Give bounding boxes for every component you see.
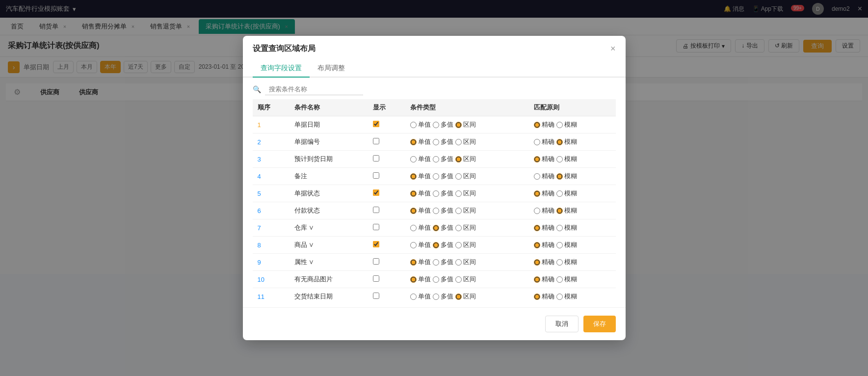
row-condition-name: 商品 ∨ (289, 237, 368, 254)
type-radio-group: 单值多值区间 (410, 155, 524, 163)
match-radio-item[interactable]: 模糊 (556, 223, 577, 232)
match-radio-item[interactable]: 模糊 (556, 258, 577, 267)
row-type-cell: 单值多值区间 (405, 202, 529, 219)
match-radio-item[interactable]: 精确 (534, 223, 554, 232)
search-icon: 🔍 (253, 85, 261, 93)
type-radio-item[interactable]: 区间 (455, 223, 476, 232)
match-radio-item[interactable]: 模糊 (556, 172, 577, 181)
display-checkbox[interactable] (373, 121, 379, 127)
match-radio-item[interactable]: 模糊 (556, 206, 577, 215)
order-number: 3 (258, 156, 261, 163)
order-number: 6 (258, 207, 261, 215)
type-radio-item[interactable]: 区间 (455, 258, 476, 267)
type-radio-item[interactable]: 多值 (433, 241, 453, 249)
display-checkbox[interactable] (373, 207, 379, 213)
row-display-cell (368, 219, 405, 237)
match-radio-item[interactable]: 模糊 (556, 137, 577, 146)
match-radio-item[interactable]: 精确 (534, 241, 554, 249)
match-radio-item[interactable]: 模糊 (556, 155, 577, 163)
type-radio-item[interactable]: 区间 (455, 241, 476, 249)
row-display-cell (368, 151, 405, 168)
table-row: 2单据编号单值多值区间精确模糊 (253, 134, 616, 151)
row-condition-name: 有无商品图片 (289, 271, 368, 274)
row-display-cell (368, 116, 405, 134)
type-radio-item[interactable]: 多值 (433, 258, 453, 267)
match-radio-item[interactable]: 精确 (534, 155, 554, 163)
type-radio-item[interactable]: 多值 (433, 223, 453, 232)
modal-overlay: 设置查询区域布局 × 查询字段设置 布局调整 🔍 顺序 条件名称 显示 条件类型 (0, 0, 868, 274)
match-radio-item[interactable]: 精确 (534, 120, 554, 129)
display-checkbox[interactable] (373, 138, 379, 144)
match-radio-group: 精确模糊 (534, 137, 611, 146)
row-type-cell: 单值多值区间 (405, 134, 529, 151)
row-type-cell: 单值多值区间 (405, 271, 529, 274)
row-condition-name: 预计到货日期 (289, 151, 368, 168)
type-radio-item[interactable]: 单值 (410, 155, 431, 163)
match-radio-item[interactable]: 模糊 (556, 120, 577, 129)
tab-query-fields[interactable]: 查询字段设置 (253, 60, 310, 78)
type-radio-item[interactable]: 单值 (410, 223, 431, 232)
type-radio-item[interactable]: 多值 (433, 206, 453, 215)
display-checkbox[interactable] (373, 258, 379, 265)
tab-layout-adjust[interactable]: 布局调整 (310, 60, 353, 78)
order-number: 2 (258, 138, 261, 146)
row-order: 1 (253, 116, 289, 134)
type-radio-group: 单值多值区间 (410, 120, 524, 129)
type-radio-item[interactable]: 多值 (433, 120, 453, 129)
display-checkbox[interactable] (373, 189, 379, 196)
display-checkbox[interactable] (373, 172, 379, 179)
type-radio-item[interactable]: 单值 (410, 120, 431, 129)
row-match-cell: 精确模糊 (529, 151, 616, 168)
row-type-cell: 单值多值区间 (405, 151, 529, 168)
type-radio-item[interactable]: 区间 (455, 120, 476, 129)
row-match-cell: 精确模糊 (529, 237, 616, 254)
type-radio-item[interactable]: 单值 (410, 137, 431, 146)
modal-close-button[interactable]: × (610, 44, 616, 54)
match-radio-item[interactable]: 精确 (534, 137, 554, 146)
row-match-cell: 精确模糊 (529, 202, 616, 219)
table-row: 7仓库 ∨单值多值区间精确模糊 (253, 219, 616, 237)
type-radio-item[interactable]: 区间 (455, 137, 476, 146)
order-number: 9 (258, 259, 261, 266)
type-radio-item[interactable]: 多值 (433, 137, 453, 146)
type-radio-item[interactable]: 单值 (410, 241, 431, 249)
row-display-cell (368, 271, 405, 274)
row-display-cell (368, 185, 405, 202)
table-row: 5单据状态单值多值区间精确模糊 (253, 185, 616, 202)
type-radio-item[interactable]: 单值 (410, 189, 431, 198)
col-display: 显示 (368, 99, 405, 116)
match-radio-item[interactable]: 精确 (534, 172, 554, 181)
match-radio-item[interactable]: 精确 (534, 206, 554, 215)
search-input[interactable] (265, 83, 363, 95)
type-radio-item[interactable]: 区间 (455, 172, 476, 181)
row-type-cell: 单值多值区间 (405, 185, 529, 202)
display-checkbox[interactable] (373, 224, 379, 230)
type-radio-item[interactable]: 单值 (410, 206, 431, 215)
display-checkbox[interactable] (373, 155, 379, 161)
type-radio-item[interactable]: 单值 (410, 258, 431, 267)
type-radio-group: 单值多值区间 (410, 258, 524, 267)
match-radio-group: 精确模糊 (534, 241, 611, 249)
row-type-cell: 单值多值区间 (405, 219, 529, 237)
col-name: 条件名称 (289, 99, 368, 116)
type-radio-item[interactable]: 多值 (433, 172, 453, 181)
row-condition-name: 单据编号 (289, 134, 368, 151)
table-row: 9属性 ∨单值多值区间精确模糊 (253, 254, 616, 271)
type-radio-item[interactable]: 区间 (455, 206, 476, 215)
display-checkbox[interactable] (373, 241, 379, 247)
modal-title: 设置查询区域布局 (253, 44, 316, 54)
type-radio-item[interactable]: 多值 (433, 189, 453, 198)
conditions-table: 顺序 条件名称 显示 条件类型 匹配原则 1单据日期单值多值区间精确模糊2单据编… (253, 99, 616, 274)
table-row: 10有无商品图片单值多值区间精确模糊 (253, 271, 616, 274)
type-radio-item[interactable]: 区间 (455, 189, 476, 198)
match-radio-item[interactable]: 精确 (534, 189, 554, 198)
type-radio-item[interactable]: 区间 (455, 155, 476, 163)
row-display-cell (368, 168, 405, 185)
match-radio-item[interactable]: 模糊 (556, 189, 577, 198)
type-radio-group: 单值多值区间 (410, 137, 524, 146)
modal-dialog: 设置查询区域布局 × 查询字段设置 布局调整 🔍 顺序 条件名称 显示 条件类型 (243, 36, 626, 274)
type-radio-item[interactable]: 单值 (410, 172, 431, 181)
match-radio-item[interactable]: 模糊 (556, 241, 577, 249)
type-radio-item[interactable]: 多值 (433, 155, 453, 163)
match-radio-item[interactable]: 精确 (534, 258, 554, 267)
